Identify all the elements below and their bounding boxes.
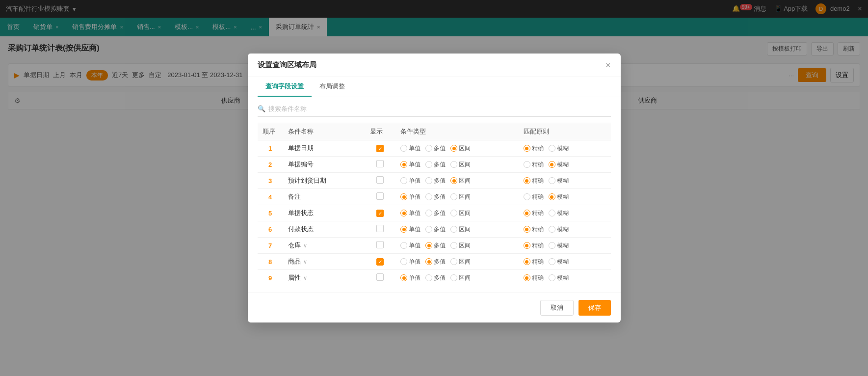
radio-label-multi: 多值: [434, 242, 446, 250]
radio-label-match-fuzzy: 模糊: [557, 177, 569, 185]
radio-type-multi[interactable]: 多值: [425, 193, 446, 201]
radio-match-exact[interactable]: 精确: [524, 177, 544, 185]
radio-circle-single: [400, 258, 407, 265]
dropdown-arrow-icon: ∨: [302, 242, 307, 248]
dialog-tab-layout[interactable]: 布局调整: [312, 77, 353, 97]
radio-type-multi[interactable]: 多值: [425, 258, 446, 266]
show-checkbox[interactable]: [376, 273, 384, 281]
radio-label-multi: 多值: [434, 144, 446, 153]
radio-match-exact[interactable]: 精确: [524, 161, 544, 169]
radio-type-range[interactable]: 区间: [450, 258, 471, 266]
radio-type-single[interactable]: 单值: [400, 274, 421, 282]
cell-show[interactable]: [365, 157, 396, 173]
radio-circle-match-exact: [524, 161, 530, 168]
radio-match-fuzzy[interactable]: 模糊: [549, 193, 569, 201]
cell-name: 预计到货日期: [283, 173, 365, 189]
radio-label-range: 区间: [459, 209, 471, 217]
cell-order: 4: [258, 189, 283, 205]
radio-type-range[interactable]: 区间: [450, 274, 471, 282]
dialog-tab-field-settings[interactable]: 查询字段设置: [258, 77, 312, 97]
radio-circle-match-fuzzy: [549, 210, 555, 216]
radio-type-single[interactable]: 单值: [400, 193, 421, 201]
show-checkbox[interactable]: [376, 225, 384, 232]
radio-match-exact[interactable]: 精确: [524, 225, 544, 234]
radio-match-fuzzy[interactable]: 模糊: [549, 225, 569, 234]
radio-match-fuzzy[interactable]: 模糊: [549, 258, 569, 266]
radio-match-exact[interactable]: 精确: [524, 258, 544, 266]
cell-show[interactable]: [365, 189, 396, 205]
radio-label-multi: 多值: [434, 193, 446, 201]
show-checkbox[interactable]: [376, 176, 384, 184]
show-checkbox[interactable]: [376, 210, 384, 217]
radio-match-fuzzy[interactable]: 模糊: [549, 242, 569, 250]
radio-match-fuzzy[interactable]: 模糊: [549, 177, 569, 185]
cell-show[interactable]: [365, 140, 396, 157]
radio-match-fuzzy[interactable]: 模糊: [549, 209, 569, 217]
radio-label-single: 单值: [409, 161, 421, 169]
show-checkbox[interactable]: [376, 160, 384, 167]
radio-type-range[interactable]: 区间: [450, 177, 471, 185]
radio-type-range[interactable]: 区间: [450, 242, 471, 250]
radio-type-multi[interactable]: 多值: [425, 144, 446, 153]
cell-match: 精确模糊: [519, 270, 611, 285]
show-checkbox[interactable]: [376, 241, 384, 248]
table-header-row: 顺序 条件名称 显示 条件类型 匹配原则: [258, 123, 611, 140]
radio-label-range: 区间: [459, 274, 471, 282]
cell-show[interactable]: [365, 205, 396, 221]
radio-circle-single: [400, 226, 407, 233]
radio-circle-match-exact: [524, 210, 530, 216]
radio-type-single[interactable]: 单值: [400, 258, 421, 266]
radio-match-exact[interactable]: 精确: [524, 274, 544, 282]
radio-type-range[interactable]: 区间: [450, 209, 471, 217]
show-checkbox[interactable]: [376, 145, 384, 152]
radio-match-exact[interactable]: 精确: [524, 209, 544, 217]
radio-type-range[interactable]: 区间: [450, 161, 471, 169]
cancel-button[interactable]: 取消: [540, 300, 574, 316]
dialog-tabs: 查询字段设置 布局调整: [248, 77, 621, 97]
cell-order: 7: [258, 238, 283, 254]
cell-show[interactable]: [365, 221, 396, 238]
radio-type-single[interactable]: 单值: [400, 242, 421, 250]
radio-match-exact[interactable]: 精确: [524, 144, 544, 153]
radio-type-multi[interactable]: 多值: [425, 161, 446, 169]
radio-type-multi[interactable]: 多值: [425, 225, 446, 234]
radio-label-range: 区间: [459, 258, 471, 266]
cell-show[interactable]: [365, 270, 396, 285]
radio-type-single[interactable]: 单值: [400, 144, 421, 153]
radio-type-range[interactable]: 区间: [450, 225, 471, 234]
radio-type-single[interactable]: 单值: [400, 209, 421, 217]
cell-match: 精确模糊: [519, 238, 611, 254]
show-checkbox[interactable]: [376, 192, 384, 200]
radio-type-multi[interactable]: 多值: [425, 242, 446, 250]
radio-type-multi[interactable]: 多值: [425, 209, 446, 217]
radio-circle-range: [450, 210, 457, 216]
save-button[interactable]: 保存: [579, 300, 611, 316]
radio-match-exact[interactable]: 精确: [524, 242, 544, 250]
cell-show[interactable]: [365, 254, 396, 270]
show-checkbox[interactable]: [376, 258, 384, 266]
dialog-close-button[interactable]: ×: [605, 61, 611, 70]
radio-circle-match-exact: [524, 226, 530, 233]
radio-type-multi[interactable]: 多值: [425, 177, 446, 185]
radio-label-match-exact: 精确: [532, 193, 544, 201]
cell-show[interactable]: [365, 173, 396, 189]
search-input[interactable]: [268, 105, 367, 112]
cell-order: 2: [258, 157, 283, 173]
table-row: 7仓库 ∨单值多值区间精确模糊: [258, 238, 611, 254]
radio-circle-match-fuzzy: [549, 161, 555, 168]
radio-match-fuzzy[interactable]: 模糊: [549, 274, 569, 282]
radio-label-single: 单值: [409, 242, 421, 250]
radio-type-range[interactable]: 区间: [450, 144, 471, 153]
radio-type-single[interactable]: 单值: [400, 225, 421, 234]
radio-label-range: 区间: [459, 144, 471, 153]
radio-type-single[interactable]: 单值: [400, 177, 421, 185]
radio-type-multi[interactable]: 多值: [425, 274, 446, 282]
header-show: 显示: [365, 123, 396, 140]
cell-show[interactable]: [365, 238, 396, 254]
radio-circle-range: [450, 193, 457, 200]
radio-type-range[interactable]: 区间: [450, 193, 471, 201]
radio-match-fuzzy[interactable]: 模糊: [549, 161, 569, 169]
radio-type-single[interactable]: 单值: [400, 161, 421, 169]
radio-match-exact[interactable]: 精确: [524, 193, 544, 201]
radio-match-fuzzy[interactable]: 模糊: [549, 144, 569, 153]
